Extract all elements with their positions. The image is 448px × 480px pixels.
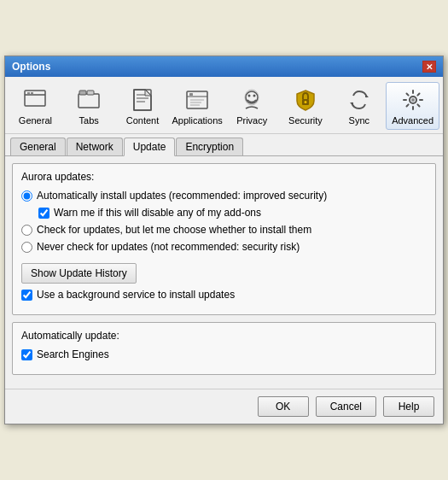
radio-auto-install[interactable] (21, 190, 32, 202)
svg-point-24 (304, 101, 306, 103)
radio-never-check[interactable] (21, 242, 32, 253)
tab-network[interactable]: Network (67, 138, 123, 155)
checkbox-warn-option: Warn me if this will disable any of my a… (38, 207, 427, 219)
radio-check-option: Check for updates, but let me choose whe… (21, 224, 427, 236)
toolbar-item-content[interactable]: Content (116, 82, 170, 130)
general-icon (21, 86, 49, 114)
tab-general[interactable]: General (10, 138, 66, 155)
auto-update-title: Automatically update: (21, 330, 427, 342)
bottom-bar: OK Cancel Help (5, 389, 443, 424)
content-icon (129, 86, 156, 114)
toolbar-label-content: Content (126, 115, 160, 126)
close-button[interactable]: ✕ (422, 61, 436, 73)
checkbox-warn[interactable] (38, 208, 49, 219)
cancel-button[interactable]: Cancel (316, 396, 376, 417)
checkbox-bg-option: Use a background service to install upda… (21, 289, 427, 301)
checkbox-bg-service[interactable] (21, 290, 32, 301)
security-icon (292, 86, 319, 114)
svg-marker-12 (145, 90, 151, 96)
tabs-icon (75, 86, 102, 114)
radio-auto-option: Automatically install updates (recommend… (21, 190, 427, 202)
checkbox-search-engines[interactable] (21, 349, 32, 360)
toolbar-label-privacy: Privacy (236, 115, 267, 126)
svg-rect-15 (189, 93, 193, 96)
svg-rect-2 (27, 92, 30, 94)
advanced-icon (399, 86, 427, 114)
toolbar-label-sync: Sync (349, 115, 369, 126)
toolbar-item-security[interactable]: Security (279, 82, 333, 130)
show-history-button[interactable]: Show Update History (21, 263, 137, 284)
svg-point-20 (248, 95, 251, 97)
checkbox-bg-label: Use a background service to install upda… (37, 289, 235, 301)
help-button[interactable]: Help (383, 396, 434, 417)
svg-rect-3 (31, 92, 33, 94)
toolbar-item-applications[interactable]: Applications (169, 82, 224, 130)
auto-update-group: Automatically update: Search Engines (12, 322, 436, 375)
toolbar-item-advanced[interactable]: Advanced (386, 82, 439, 130)
svg-point-28 (411, 98, 415, 102)
checkbox-warn-label: Warn me if this will disable any of my a… (54, 207, 261, 219)
tab-encryption[interactable]: Encryption (176, 138, 243, 155)
tab-row: General Network Update Encryption (5, 134, 443, 155)
sync-icon (346, 86, 373, 114)
checkbox-search-option: Search Engines (21, 348, 427, 360)
tab-update[interactable]: Update (124, 138, 176, 156)
applications-icon (183, 86, 211, 114)
title-bar: Options ✕ (5, 56, 443, 77)
svg-point-21 (253, 95, 256, 97)
svg-rect-6 (87, 91, 94, 95)
toolbar-label-security: Security (288, 115, 323, 126)
toolbar-label-advanced: Advanced (392, 115, 433, 126)
aurora-group-title: Aurora updates: (21, 171, 427, 183)
window-title: Options (12, 61, 50, 73)
svg-rect-5 (79, 91, 86, 95)
toolbar: General Tabs (5, 77, 443, 134)
toolbar-label-general: General (19, 115, 52, 126)
checkbox-search-label: Search Engines (37, 348, 109, 360)
options-window: Options ✕ General (4, 56, 444, 424)
toolbar-item-sync[interactable]: Sync (332, 82, 386, 130)
radio-auto-label: Automatically install updates (recommend… (37, 190, 327, 202)
toolbar-item-privacy[interactable]: Privacy (225, 82, 279, 130)
ok-button[interactable]: OK (258, 396, 309, 417)
radio-never-option: Never check for updates (not recommended… (21, 241, 427, 253)
content-area: Aurora updates: Automatically install up… (5, 155, 443, 389)
radio-never-label: Never check for updates (not recommended… (37, 241, 300, 253)
toolbar-label-applications: Applications (172, 115, 222, 126)
toolbar-item-general[interactable]: General (9, 82, 62, 130)
aurora-updates-group: Aurora updates: Automatically install up… (12, 163, 436, 315)
radio-check-label: Check for updates, but let me choose whe… (37, 224, 311, 236)
toolbar-label-tabs: Tabs (79, 115, 99, 126)
radio-check-updates[interactable] (21, 225, 32, 236)
toolbar-item-tabs[interactable]: Tabs (62, 82, 116, 130)
privacy-icon (238, 86, 265, 114)
svg-rect-4 (79, 94, 99, 108)
